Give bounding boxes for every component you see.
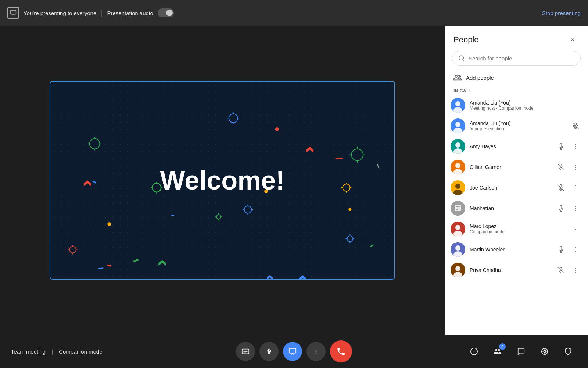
participant-row[interactable]: Amy Hayes ⋮ (445, 136, 588, 157)
svg-point-85 (455, 163, 460, 168)
search-box (452, 51, 581, 66)
mic-button[interactable] (554, 243, 567, 256)
more-options-button[interactable]: ⋮ (569, 160, 582, 174)
svg-point-91 (455, 184, 460, 189)
mic-button[interactable] (554, 202, 567, 215)
participant-actions (569, 119, 582, 132)
main-content: Welcome! People (0, 26, 588, 335)
bottom-bar: Team meeting | Companion mode (0, 335, 588, 368)
participant-info: Amy Hayes (470, 144, 550, 149)
search-input[interactable] (469, 55, 574, 61)
svg-marker-34 (267, 275, 273, 279)
avatar (451, 160, 465, 174)
end-call-button[interactable] (330, 340, 352, 362)
participant-row[interactable]: Amanda Liu (You) Meeting host · Companio… (445, 95, 588, 116)
panel-header: People (445, 26, 588, 51)
mic-muted-button[interactable] (554, 263, 567, 277)
add-people-icon (453, 74, 462, 82)
participant-actions: ⋮ (554, 202, 582, 215)
participant-info: Martin Wheeler (470, 247, 550, 252)
avatar (451, 139, 465, 154)
security-button[interactable] (559, 343, 577, 360)
svg-point-26 (107, 222, 111, 226)
participant-info: Marc Lopez Companion mode (470, 223, 564, 234)
mic-muted-button[interactable] (569, 119, 582, 132)
participant-row[interactable]: Amanda Liu (You) Your presentation (445, 116, 588, 136)
svg-marker-31 (306, 147, 313, 153)
participant-name: Amanda Liu (You) (470, 100, 582, 106)
svg-point-127 (544, 350, 546, 353)
bottom-right-controls: 9 (465, 343, 577, 360)
participant-sub: Companion mode (470, 229, 564, 234)
presenting-label: You're presenting to everyone (24, 10, 96, 16)
svg-marker-35 (158, 260, 166, 266)
audio-label: Presentation audio (107, 10, 153, 16)
participant-name: Martin Wheeler (470, 247, 550, 252)
svg-point-28 (348, 208, 351, 211)
more-options-button[interactable]: ⋮ (569, 222, 582, 236)
info-button[interactable] (465, 343, 483, 360)
svg-point-66 (459, 56, 463, 60)
close-panel-button[interactable] (566, 33, 579, 46)
avatar (451, 263, 465, 277)
chat-button[interactable] (512, 343, 530, 360)
participant-sub: Meeting host · Companion mode (470, 106, 582, 111)
svg-rect-100 (456, 209, 458, 210)
participant-actions: ⋮ (554, 263, 582, 277)
participant-row[interactable]: Manhattan ⋮ (445, 198, 588, 219)
add-people-button[interactable]: Add people (445, 70, 588, 85)
people-button[interactable]: 9 (489, 343, 506, 360)
participant-name: Amanda Liu (You) (470, 120, 564, 126)
svg-line-67 (463, 59, 464, 60)
more-options-button[interactable]: ⋮ (569, 263, 582, 277)
participants-list: Amanda Liu (You) Meeting host · Companio… (445, 95, 588, 335)
more-options-button[interactable]: ⋮ (569, 202, 582, 215)
svg-point-11 (351, 149, 363, 161)
svg-point-41 (347, 236, 353, 242)
search-icon (458, 55, 465, 61)
participant-row[interactable]: Priya Chadha ⋮ (445, 260, 588, 280)
participant-row[interactable]: Marc Lopez Companion mode ⋮ (445, 219, 588, 239)
stop-presenting-button[interactable]: Stop presenting (542, 10, 581, 16)
captions-button[interactable] (236, 342, 255, 361)
svg-point-1 (90, 139, 100, 149)
more-options-button[interactable]: ⋮ (569, 181, 582, 194)
svg-rect-62 (370, 244, 374, 247)
mic-muted-button[interactable] (554, 160, 567, 174)
svg-point-122 (316, 351, 317, 352)
svg-rect-37 (133, 259, 139, 262)
top-bar: You're presenting to everyone | Presenta… (0, 0, 588, 26)
participant-row[interactable]: Joe Carlson ⋮ (445, 177, 588, 198)
raise-hand-button[interactable] (259, 342, 279, 361)
svg-point-21 (244, 206, 252, 213)
participant-info: Manhattan (470, 205, 550, 211)
panel-title: People (453, 35, 479, 45)
svg-point-29 (275, 127, 279, 131)
svg-rect-39 (98, 267, 104, 269)
participant-info: Joe Carlson (470, 185, 550, 191)
more-options-button[interactable]: ⋮ (569, 243, 582, 256)
companion-mode-label: Companion mode (59, 348, 102, 355)
svg-rect-98 (456, 206, 460, 207)
activities-button[interactable] (536, 343, 553, 360)
mic-button[interactable] (554, 140, 567, 153)
svg-marker-32 (84, 180, 91, 186)
audio-toggle[interactable] (158, 8, 174, 17)
svg-rect-40 (92, 180, 97, 184)
svg-point-46 (343, 184, 350, 191)
present-screen-button[interactable] (283, 342, 302, 361)
more-options-button[interactable]: ⋮ (569, 140, 582, 153)
svg-rect-38 (107, 264, 112, 267)
more-options-button[interactable] (306, 342, 326, 361)
participant-row[interactable]: Cillian Garner ⋮ (445, 157, 588, 177)
people-badge: 9 (499, 343, 506, 350)
participant-name: Joe Carlson (470, 185, 550, 191)
mic-muted-button[interactable] (554, 181, 567, 194)
svg-point-112 (455, 266, 460, 271)
participant-actions: ⋮ (569, 222, 582, 236)
participant-name: Marc Lopez (470, 223, 564, 229)
participant-info: Amanda Liu (You) Your presentation (470, 120, 564, 131)
participant-row[interactable]: Martin Wheeler ⋮ (445, 239, 588, 260)
svg-marker-33 (299, 275, 306, 279)
avatar (451, 222, 465, 236)
